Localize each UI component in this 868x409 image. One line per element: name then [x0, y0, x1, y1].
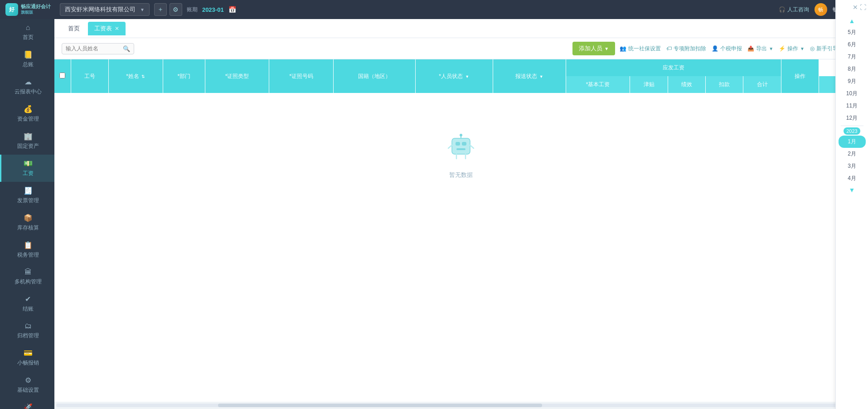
main-layout: ⌂ 首页 📒 总账 ☁ 云报表中心 💰 资金管理 🏢 固定资产 💵 工资 🧾 发…	[0, 19, 868, 409]
sidebar-item-guide[interactable]: 🚀 新手引导	[0, 399, 54, 409]
sidebar-item-cloud-report[interactable]: ☁ 云报表中心	[0, 73, 54, 100]
settings-btn[interactable]: ⚙	[170, 3, 182, 16]
svg-line-7	[470, 145, 474, 148]
sidebar-label-closing: 结账	[23, 305, 34, 313]
month-separator	[841, 126, 863, 126]
month-item-8[interactable]: 8月	[839, 63, 866, 75]
month-item-11[interactable]: 11月	[839, 100, 866, 112]
month-item-2[interactable]: 2月	[839, 148, 866, 160]
personal-tax-label: 个税申报	[720, 45, 742, 53]
month-item-6[interactable]: 6月	[839, 39, 866, 51]
sidebar-item-tax[interactable]: 📋 税务管理	[0, 236, 54, 263]
month-nav-up[interactable]: ▲	[847, 15, 857, 26]
empty-text: 暂无数据	[449, 171, 473, 179]
operations-btn[interactable]: ⚡ 操作 ▼	[779, 45, 805, 53]
user-avatar: 畅	[815, 3, 827, 16]
period-value: 2023-01	[202, 6, 224, 13]
special-deduct-btn[interactable]: 🏷 专项附加扣除	[666, 45, 706, 53]
emp-status-filter-icon[interactable]: ▼	[465, 74, 469, 79]
sidebar-item-closing[interactable]: ✔ 结账	[0, 290, 54, 317]
tab-home[interactable]: 首页	[62, 22, 86, 35]
svg-rect-0	[452, 138, 470, 154]
search-icon: 🔍	[123, 45, 130, 52]
empty-state: 暂无数据	[54, 93, 868, 215]
export-chevron-icon: ▼	[769, 46, 773, 51]
svg-point-5	[460, 134, 462, 136]
th-operations: 操作	[781, 59, 819, 93]
tab-close-icon[interactable]: ✕	[115, 25, 119, 32]
th-emp-status: *人员状态 ▼	[415, 59, 493, 93]
svg-rect-2	[462, 142, 466, 146]
panel-expand-icon[interactable]: ⛶	[860, 4, 866, 11]
sidebar-item-multi-org[interactable]: 🏛 多机构管理	[0, 263, 54, 290]
sidebar-item-archive[interactable]: 🗂 归档管理	[0, 317, 54, 344]
th-checkbox	[54, 59, 71, 93]
tab-home-label: 首页	[68, 24, 80, 33]
table-wrap: 工号 *姓名 ⇅ *部门 *证照类型 *证照号码	[54, 59, 868, 402]
logo-icon: 好	[5, 3, 18, 16]
app-name: 畅应通好会计	[21, 4, 51, 10]
tab-salary-label: 工资表	[94, 24, 112, 33]
month-item-7[interactable]: 7月	[839, 51, 866, 63]
sidebar-item-inventory[interactable]: 📦 库存核算	[0, 209, 54, 236]
sidebar-item-ledger[interactable]: 📒 总账	[0, 46, 54, 73]
social-setting-btn[interactable]: 👥 统一社保设置	[620, 45, 661, 53]
month-item-3[interactable]: 3月	[839, 160, 866, 172]
salary-icon: 💵	[24, 159, 33, 168]
sidebar-item-invoice[interactable]: 🧾 发票管理	[0, 182, 54, 209]
guide-btn[interactable]: ◎ 新手引导	[810, 45, 838, 53]
calendar-icon[interactable]: 📅	[228, 6, 236, 13]
header-actions: ＋ ⚙	[154, 3, 182, 16]
logo-text-wrap: 畅应通好会计 旗舰版	[21, 4, 51, 15]
name-sort-icon[interactable]: ⇅	[141, 74, 145, 79]
search-input[interactable]	[66, 45, 120, 52]
sidebar-label-tax: 税务管理	[17, 251, 39, 259]
sidebar-label-archive: 归档管理	[17, 332, 39, 340]
svg-rect-1	[456, 142, 460, 146]
report-status-filter-icon[interactable]: ▼	[539, 74, 543, 79]
settings-sidebar-icon: ⚙	[25, 376, 31, 385]
add-company-btn[interactable]: ＋	[154, 3, 167, 16]
h-scrollbar-thumb[interactable]	[218, 404, 542, 407]
month-item-10[interactable]: 10月	[839, 88, 866, 100]
month-item-9[interactable]: 9月	[839, 75, 866, 88]
year-badge: 2023	[844, 127, 860, 135]
search-input-wrap[interactable]: 🔍	[62, 43, 134, 54]
th-emp-id: 工号	[71, 59, 108, 93]
guide-toolbar-icon: ◎	[810, 45, 815, 52]
sidebar-label-multi-org: 多机构管理	[15, 278, 42, 286]
th-id-no: *证照号码	[269, 59, 334, 93]
month-item-12[interactable]: 12月	[839, 112, 866, 124]
month-item-4[interactable]: 4月	[839, 172, 866, 185]
h-scrollbar-area[interactable]	[54, 402, 868, 409]
month-item-1[interactable]: 1月	[839, 136, 866, 148]
sidebar-item-home[interactable]: ⌂ 首页	[0, 19, 54, 46]
panel-close-icon[interactable]: ✕	[853, 4, 858, 11]
sidebar-item-salary[interactable]: 💵 工资	[0, 155, 54, 182]
salary-table: 工号 *姓名 ⇅ *部门 *证照类型 *证照号码	[54, 59, 868, 215]
asset-icon: 🏢	[24, 132, 33, 141]
operations-label: 操作	[787, 45, 798, 53]
guide-icon: 🚀	[24, 403, 33, 409]
export-btn[interactable]: 📤 导出 ▼	[747, 45, 773, 53]
sidebar-item-expense[interactable]: 💳 小畅报销	[0, 344, 54, 371]
h-scrollbar-track	[56, 404, 866, 407]
top-header: 好 畅应通好会计 旗舰版 西安虾米网络科技有限公司 ▼ ＋ ⚙ 账期 2023-…	[0, 0, 868, 19]
select-all-checkbox[interactable]	[59, 73, 65, 78]
sidebar-label-ledger: 总账	[23, 61, 34, 68]
sidebar-item-asset[interactable]: 🏢 固定资产	[0, 127, 54, 155]
month-nav-down[interactable]: ▼	[847, 185, 857, 195]
sidebar-item-settings[interactable]: ⚙ 基础设置	[0, 371, 54, 399]
add-chevron-icon: ▼	[604, 46, 609, 51]
home-icon: ⌂	[26, 24, 30, 32]
th-performance: 绩效	[668, 76, 705, 93]
personal-tax-btn[interactable]: 👤 个税申报	[712, 45, 742, 53]
sidebar-label-fund: 资金管理	[17, 115, 39, 123]
tab-salary-table[interactable]: 工资表 ✕	[88, 22, 126, 35]
sidebar-item-fund[interactable]: 💰 资金管理	[0, 100, 54, 127]
th-total: 合计	[743, 76, 781, 93]
add-person-button[interactable]: 添加人员 ▼	[572, 42, 615, 55]
company-selector[interactable]: 西安虾米网络科技有限公司 ▼	[60, 3, 150, 16]
support-btn[interactable]: 🎧 人工咨询	[779, 6, 809, 14]
month-item-5[interactable]: 5月	[839, 26, 866, 39]
